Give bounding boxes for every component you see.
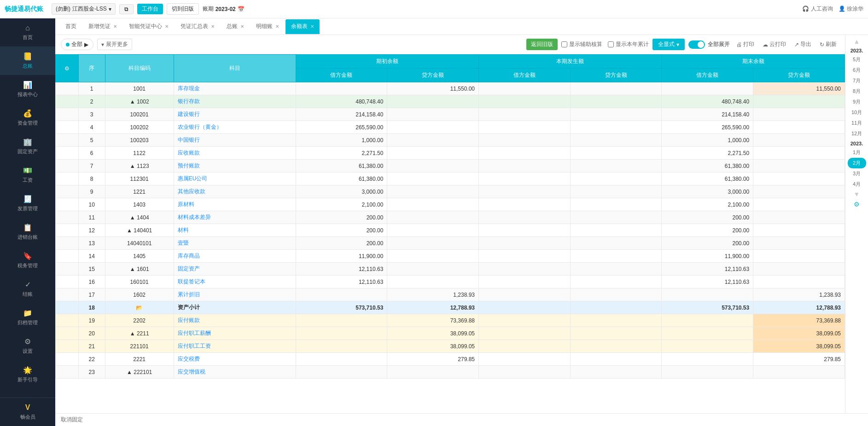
period-month-4[interactable]: 4月 [848,179,866,190]
tab-home[interactable]: 首页 [60,19,82,34]
row-name[interactable]: 原材料 [174,198,296,211]
period-up-arrow[interactable]: ▲ [853,37,861,46]
row-name[interactable]: 应付职工薪酬 [174,327,296,340]
period-month-3[interactable]: 3月 [848,168,866,179]
tab-general-ledger-close[interactable]: ✕ [240,24,244,29]
show-auxiliary-label[interactable]: 显示辅助核算 [561,40,602,48]
refresh-button[interactable]: ↻ 刷新 [817,39,839,50]
accounting-label: 账期 [203,5,214,13]
user-avatar[interactable]: 👤 徐涂华 [839,5,863,13]
sidebar-item-member[interactable]: V 畅会员 [0,398,55,426]
return-old-version-button[interactable]: 返回旧版 [526,39,558,50]
sidebar-item-settlement[interactable]: ✓ 结账 [0,275,55,303]
row-no: 18 [78,301,105,314]
sidebar-item-reports[interactable]: 📊 报表中心 [0,75,55,104]
export-label: 导出 [800,40,811,48]
workbench-button[interactable]: 工作台 [137,4,163,14]
switch-version-button[interactable]: 切到旧版 [167,3,199,15]
tab-detail-ledger[interactable]: 明细账 ✕ [250,19,285,34]
row-name[interactable]: 固定资产 [174,263,296,276]
print-button[interactable]: 🖨 打印 [734,39,757,50]
row-name[interactable]: 应付职工工资 [174,340,296,353]
row-name[interactable]: 材料成本差异 [174,211,296,224]
display-mode-button[interactable]: 全显式 ▾ [652,39,685,50]
row-name[interactable]: 银行存款 [174,95,296,108]
tab-voucher-summary-close[interactable]: ✕ [211,24,215,29]
show-ytd-checkbox[interactable] [608,41,614,47]
row-name[interactable]: 资产小计 [174,301,296,314]
tab-detail-ledger-close[interactable]: ✕ [275,24,279,29]
sidebar-item-payroll[interactable]: 💵 工资 [0,161,55,189]
row-name[interactable]: 中国银行 [174,134,296,147]
tab-voucher-summary[interactable]: 凭证汇总表 ✕ [175,19,220,34]
row-cur-credit [570,237,662,250]
show-auxiliary-checkbox[interactable] [561,41,567,47]
sidebar-item-purchase-sales[interactable]: 📋 进销台账 [0,218,55,246]
row-name[interactable]: 应交税费 [174,353,296,366]
sidebar-item-settings[interactable]: ⚙ 设置 [0,332,55,360]
row-eb-debit: 12,110.63 [662,263,753,276]
toggle-switch-control[interactable] [688,40,705,49]
period-month-5[interactable]: 5月 [848,54,866,65]
sidebar-item-invoice[interactable]: 🧾 发票管理 [0,189,55,218]
period-month-1[interactable]: 1月 [848,147,866,158]
period-month-11[interactable]: 11月 [848,118,866,128]
period-month-12[interactable]: 12月 [848,128,866,139]
period-down-arrow[interactable]: ▼ [853,190,861,199]
tab-new-voucher[interactable]: 新增凭证 ✕ [83,19,122,34]
period-month-8[interactable]: 8月 [848,86,866,97]
settings-column-header[interactable]: ⚙ [56,55,79,82]
row-no: 19 [78,314,105,327]
show-ytd-label[interactable]: 显示本年累计 [608,40,649,48]
row-name[interactable]: 联提签记本 [174,276,296,288]
row-name[interactable]: 累计折旧 [174,288,296,301]
tab-balance-sheet-close[interactable]: ✕ [310,24,314,29]
filter-all[interactable]: 全部 ▶ [61,39,93,50]
company-selector[interactable]: (勿删) 江西股金-LSS ▾ [52,3,116,15]
row-name[interactable]: 库存现金 [174,82,296,95]
cloud-print-button[interactable]: ☁ 云打印 [760,39,789,50]
sidebar-label-guide: 新手引导 [17,376,38,383]
tab-general-ledger[interactable]: 总账 ✕ [221,19,250,34]
sidebar-item-assets[interactable]: 💰 资金管理 [0,104,55,132]
row-name[interactable]: 农业银行（黄金） [174,121,296,134]
tab-bar: 首页 新增凭证 ✕ 智能凭证中心 ✕ 凭证汇总表 ✕ 总账 ✕ 明细账 ✕ [55,18,868,35]
row-name[interactable]: 建设银行 [174,108,296,121]
tab-smart-voucher-close[interactable]: ✕ [165,24,169,29]
toggle-expand[interactable]: 全部展开 [688,40,730,49]
period-month-10[interactable]: 10月 [848,107,866,118]
unfix-label[interactable]: 取消固定 [61,416,83,424]
period-month-7[interactable]: 7月 [848,75,866,86]
print-icon: 🖨 [736,41,742,48]
period-month-2[interactable]: 2月 [848,158,866,168]
row-name[interactable]: 预付账款 [174,160,296,173]
calendar-icon[interactable]: 📅 [238,6,245,12]
export-button[interactable]: ↗ 导出 [792,39,814,50]
period-month-9[interactable]: 9月 [848,97,866,107]
copy-button[interactable]: ⧉ [119,4,134,14]
expand-more-button[interactable]: ▾ 展开更多 [97,39,132,50]
sidebar-item-archive[interactable]: 📁 归档管理 [0,303,55,332]
tab-new-voucher-close[interactable]: ✕ [113,24,117,29]
tab-smart-voucher[interactable]: 智能凭证中心 ✕ [123,19,174,34]
row-name[interactable]: 应交增值税 [174,366,296,379]
sidebar-item-general-ledger[interactable]: 📒 总账 [0,46,55,75]
tab-balance-sheet[interactable]: 余额表 ✕ [285,19,320,34]
row-name[interactable]: 惠属EU公司 [174,173,296,185]
sidebar-item-home[interactable]: ⌂ 首页 [0,18,55,46]
row-name[interactable]: 材料 [174,224,296,237]
period-month-6[interactable]: 6月 [848,65,866,75]
row-eb-debit [662,353,753,366]
row-name[interactable]: 壹暨 [174,237,296,250]
row-name[interactable]: 库存商品 [174,250,296,263]
row-name[interactable]: 其他应收款 [174,185,296,198]
sidebar-item-guide[interactable]: 🌟 新手引导 [0,360,55,389]
gear-icon[interactable]: ⚙ [64,65,70,72]
row-cur-credit [570,301,662,314]
sidebar-item-tax[interactable]: 🔖 税务管理 [0,246,55,275]
row-name[interactable]: 应收账款 [174,147,296,160]
period-settings-icon[interactable]: ⚙ [854,201,860,208]
user-service[interactable]: 🎧 人工咨询 [802,5,833,13]
row-name[interactable]: 应付账款 [174,314,296,327]
sidebar-item-fixed-assets[interactable]: 🏢 固定资产 [0,132,55,161]
